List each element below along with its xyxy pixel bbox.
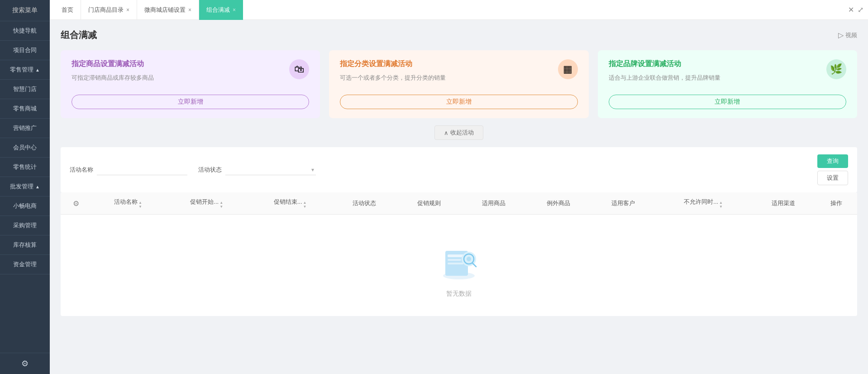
expand-window-icon[interactable]: ⤢ bbox=[858, 5, 863, 14]
tab-close-icon[interactable]: × bbox=[233, 0, 236, 20]
col-promo_end[interactable]: 促销结束...▲▼ bbox=[248, 192, 332, 215]
card-desc: 适合与上游企业联合做营销，提升品牌销量 bbox=[609, 73, 846, 87]
svg-point-8 bbox=[467, 257, 471, 261]
col-operations: 操作 bbox=[816, 192, 857, 215]
video-link[interactable]: ▷ 视频 bbox=[838, 31, 857, 39]
tab-combo-discount[interactable]: 组合满减× bbox=[199, 0, 243, 20]
sort-arrows: ▲▼ bbox=[303, 201, 307, 209]
sidebar-item-retail-stats[interactable]: 零售统计 bbox=[0, 158, 50, 177]
query-button[interactable]: 查询 bbox=[817, 154, 848, 168]
page-header: 组合满减 ▷ 视频 bbox=[61, 29, 857, 41]
table-settings-icon[interactable]: ⚙ bbox=[73, 200, 79, 207]
tab-label: 组合满减 bbox=[206, 0, 230, 20]
promo-cards-row: 指定商品设置满减活动 🛍 可指定滞销商品或库存较多商品 立即新增 指定分类设置满… bbox=[61, 50, 857, 118]
promo-card-brand-card: 指定品牌设置满减活动 🌿 适合与上游企业联合做营销，提升品牌销量 立即新增 bbox=[598, 50, 857, 118]
sidebar-item-purchase-mgmt[interactable]: 采购管理 bbox=[0, 216, 50, 235]
filter-buttons: 查询 设置 bbox=[817, 154, 848, 185]
tabbar-right: ✕ ⤢ bbox=[848, 5, 863, 14]
video-icon: ▷ bbox=[838, 31, 844, 39]
chevron-up-icon: ∧ bbox=[444, 129, 448, 136]
card-add-btn[interactable]: 立即新增 bbox=[340, 95, 577, 109]
sidebar-item-retail-mall[interactable]: 零售商城 bbox=[0, 99, 50, 119]
sidebar-bottom: ⚙ bbox=[0, 353, 50, 374]
sidebar-search[interactable]: 搜索菜单 bbox=[0, 0, 50, 21]
card-add-btn[interactable]: 立即新增 bbox=[72, 95, 309, 109]
col-name[interactable]: 活动名称▲▼ bbox=[91, 192, 165, 215]
col-applicable_channel: 适用渠道 bbox=[751, 192, 816, 215]
sort-arrows: ▲▼ bbox=[138, 201, 142, 209]
col-status: 活动状态 bbox=[332, 192, 396, 215]
close-window-icon[interactable]: ✕ bbox=[848, 5, 854, 14]
video-label: 视频 bbox=[845, 31, 857, 39]
sidebar-item-smart-store[interactable]: 智慧门店 bbox=[0, 80, 50, 99]
filter-row: 活动名称 活动状态 ▾ 查询 设置 bbox=[61, 147, 857, 192]
card-title: 指定分类设置满减活动 bbox=[340, 59, 577, 69]
filter-status-label: 活动状态 bbox=[198, 166, 222, 174]
collapse-label: 收起活动 bbox=[450, 129, 474, 137]
sidebar-item-wholesale-mgmt[interactable]: 批发管理▲ bbox=[0, 177, 50, 197]
chevron-down-icon: ▲ bbox=[35, 184, 40, 189]
card-desc: 可选一个或者多个分类，提升分类的销量 bbox=[340, 73, 577, 87]
settings-icon[interactable]: ⚙ bbox=[5, 359, 44, 369]
col-applicable_customer: 适用客户 bbox=[591, 192, 656, 215]
filter-name-label: 活动名称 bbox=[70, 166, 93, 174]
filter-name-input[interactable] bbox=[97, 164, 187, 175]
data-table: ⚙活动名称▲▼促销开始...▲▼促销结束...▲▼活动状态促销规则适用商品例外商… bbox=[61, 192, 857, 215]
data-table-wrap: ⚙活动名称▲▼促销开始...▲▼促销结束...▲▼活动状态促销规则适用商品例外商… bbox=[61, 192, 857, 316]
tab-home[interactable]: 首页 bbox=[54, 0, 81, 20]
collapse-bar: ∧ 收起活动 bbox=[61, 125, 857, 140]
sidebar-item-member-center[interactable]: 会员中心 bbox=[0, 138, 50, 158]
filter-status-select[interactable] bbox=[225, 164, 316, 175]
tab-label: 首页 bbox=[62, 0, 73, 20]
sort-arrows: ▲▼ bbox=[219, 201, 223, 209]
page-content: 组合满减 ▷ 视频 指定商品设置满减活动 🛍 可指定滞销商品或库存较多商品 立即… bbox=[50, 20, 868, 374]
empty-illustration bbox=[436, 242, 482, 283]
tab-label: 门店商品目录 bbox=[88, 0, 124, 20]
col-not_allow_concurrent[interactable]: 不允许同时...▲▼ bbox=[656, 192, 751, 215]
svg-rect-3 bbox=[448, 259, 461, 261]
chevron-down-icon: ▲ bbox=[35, 67, 40, 72]
sidebar-item-quick-nav[interactable]: 快捷导航 bbox=[0, 21, 50, 41]
tabbar: 首页门店商品目录×微商城店铺设置×组合满减× ✕ ⤢ bbox=[50, 0, 868, 20]
sidebar-item-capital-mgmt[interactable]: 资金管理 bbox=[0, 255, 50, 274]
sort-arrows: ▲▼ bbox=[719, 201, 723, 209]
promo-card-category-card: 指定分类设置满减活动 ▦ 可选一个或者多个分类，提升分类的销量 立即新增 bbox=[329, 50, 588, 118]
collapse-button[interactable]: ∧ 收起活动 bbox=[434, 125, 483, 140]
col-promo_start[interactable]: 促销开始...▲▼ bbox=[165, 192, 248, 215]
card-desc: 可指定滞销商品或库存较多商品 bbox=[72, 73, 309, 87]
empty-state: 暂无数据 bbox=[61, 215, 857, 316]
sidebar-item-marketing[interactable]: 营销推广 bbox=[0, 119, 50, 138]
sidebar-item-project-contract[interactable]: 项目合同 bbox=[0, 41, 50, 60]
setting-button[interactable]: 设置 bbox=[817, 171, 848, 185]
empty-text: 暂无数据 bbox=[446, 290, 472, 298]
sidebar: 搜索菜单 快捷导航项目合同零售管理▲智慧门店零售商城营销推广会员中心零售统计批发… bbox=[0, 0, 50, 374]
filter-status: 活动状态 ▾ bbox=[198, 164, 316, 175]
promo-card-goods-card: 指定商品设置满减活动 🛍 可指定滞销商品或库存较多商品 立即新增 bbox=[61, 50, 320, 118]
tab-label: 微商城店铺设置 bbox=[144, 0, 186, 20]
col-applicable_goods: 适用商品 bbox=[462, 192, 526, 215]
sidebar-item-inventory-calc[interactable]: 库存核算 bbox=[0, 235, 50, 255]
tab-wechat-store-settings[interactable]: 微商城店铺设置× bbox=[137, 0, 199, 20]
card-title: 指定品牌设置满减活动 bbox=[609, 59, 846, 69]
page-title: 组合满减 bbox=[61, 29, 97, 41]
tab-close-icon[interactable]: × bbox=[126, 0, 129, 20]
col-promo_rule: 促销规则 bbox=[396, 192, 461, 215]
card-icon: 🌿 bbox=[826, 59, 846, 79]
tab-store-catalog[interactable]: 门店商品目录× bbox=[81, 0, 137, 20]
main-area: 首页门店商品目录×微商城店铺设置×组合满减× ✕ ⤢ 组合满减 ▷ 视频 指定商… bbox=[50, 0, 868, 374]
col-exception_goods: 例外商品 bbox=[526, 192, 591, 215]
svg-rect-4 bbox=[448, 263, 463, 264]
sidebar-item-retail-mgmt[interactable]: 零售管理▲ bbox=[0, 60, 50, 80]
card-icon: 🛍 bbox=[289, 59, 309, 79]
card-title: 指定商品设置满减活动 bbox=[72, 59, 309, 69]
card-add-btn[interactable]: 立即新增 bbox=[609, 95, 846, 109]
filter-status-select-wrap: ▾ bbox=[225, 164, 316, 175]
tab-close-icon[interactable]: × bbox=[188, 0, 191, 20]
filter-name: 活动名称 bbox=[70, 164, 187, 175]
col-settings: ⚙ bbox=[61, 192, 91, 215]
card-icon: ▦ bbox=[558, 59, 578, 79]
sidebar-item-xiaochangec[interactable]: 小畅电商 bbox=[0, 197, 50, 216]
